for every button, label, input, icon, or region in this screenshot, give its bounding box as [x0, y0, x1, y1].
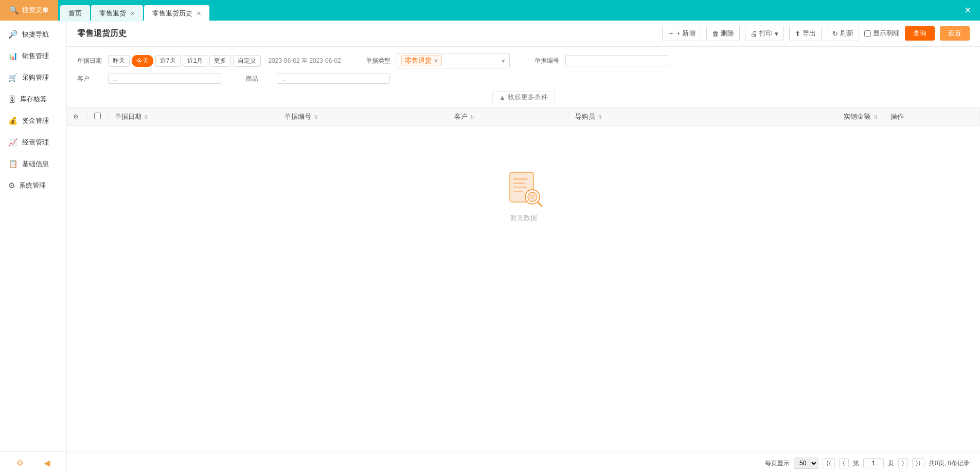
export-button[interactable]: ⬆ 导出: [789, 26, 822, 41]
svg-rect-2: [513, 183, 525, 184]
th-settings[interactable]: ⚙: [67, 108, 87, 126]
filter-row-2: 客户 ... 商品 ...: [77, 74, 970, 84]
window-close-icon[interactable]: ✕: [964, 5, 972, 16]
svg-line-7: [538, 202, 542, 206]
page-last-btn[interactable]: ⟩⟩: [912, 458, 924, 468]
date-custom[interactable]: 自定义: [233, 55, 261, 67]
page-title: 零售退货历史: [77, 28, 127, 39]
select-all-checkbox[interactable]: [94, 113, 101, 119]
sidebar-item-sales[interactable]: 📊 销售管理: [0, 45, 66, 67]
tab-retail-return-label: 零售退货: [99, 9, 126, 18]
type-tag-remove[interactable]: ✕: [434, 58, 438, 64]
sidebar-item-operations[interactable]: 📈 经营管理: [0, 132, 66, 153]
settings-label: 设置: [948, 29, 961, 37]
th-guide-sort[interactable]: ⇅: [598, 114, 602, 120]
new-label: + 新增: [676, 29, 696, 38]
th-date-sort[interactable]: ⇅: [144, 114, 148, 120]
date-more[interactable]: 更多: [209, 55, 231, 67]
page-header: 零售退货历史 ＋ + 新增 🗑 删除 🖨 打印 ▾ ⬆ 导出: [67, 21, 980, 47]
page-first-btn[interactable]: ⟨⟨: [823, 458, 835, 468]
sidebar-collapse-icon[interactable]: ◀: [44, 458, 50, 468]
type-tag-value: 零售退货: [405, 56, 432, 65]
sidebar-gear-icon[interactable]: ⚙: [16, 458, 24, 468]
top-bar-right: ✕: [964, 5, 980, 16]
settings-button[interactable]: 设置: [940, 26, 970, 41]
new-icon: ＋: [668, 29, 674, 38]
date-1month[interactable]: 近1月: [183, 55, 208, 67]
sidebar-item-inventory[interactable]: 🗄 库存核算: [0, 88, 66, 110]
print-button[interactable]: 🖨 打印 ▾: [745, 26, 784, 41]
page-input[interactable]: [863, 458, 884, 468]
type-filter-input[interactable]: 零售退货 ✕ ▾: [397, 53, 510, 68]
base-info-icon: 📋: [8, 159, 18, 169]
svg-rect-3: [513, 187, 527, 188]
th-checkbox[interactable]: [87, 108, 108, 126]
goods-label: 商品: [246, 75, 273, 83]
page-label: 第: [853, 459, 859, 468]
customer-placeholder: ...: [113, 76, 117, 82]
per-page-select[interactable]: 50: [794, 458, 818, 469]
date-buttons: 昨天 今天 近7天 近1月 更多 自定义: [108, 55, 261, 67]
th-date: 单据日期 ⇅: [108, 108, 278, 126]
show-detail-wrap[interactable]: 显示明细: [864, 29, 900, 38]
refresh-button[interactable]: ↻ 刷新: [827, 26, 859, 41]
th-customer-sort[interactable]: ⇅: [470, 114, 474, 120]
collapse-btn[interactable]: ▲ 收起更多条件: [492, 91, 555, 103]
th-action: 操作: [884, 108, 979, 126]
sidebar-item-inventory-label: 库存核算: [20, 95, 47, 104]
date-today[interactable]: 今天: [132, 55, 153, 67]
bill-no-input[interactable]: [565, 55, 668, 66]
sidebar-item-quick-nav[interactable]: 🔎 快捷导航: [0, 24, 66, 45]
date-7days[interactable]: 近7天: [155, 55, 181, 67]
tab-home[interactable]: 首页: [60, 5, 90, 22]
sidebar-item-system[interactable]: ⚙ 系统管理: [0, 175, 66, 196]
page-prev-btn[interactable]: ⟨: [839, 458, 849, 468]
svg-rect-1: [513, 178, 528, 180]
page-next-btn[interactable]: ⟩: [898, 458, 908, 468]
operations-icon: 📈: [8, 138, 18, 147]
tab-retail-return-history-close[interactable]: ✕: [197, 10, 201, 17]
th-bill-no-label: 单据编号: [284, 113, 311, 120]
search-menu-btn[interactable]: 🔍 搜索菜单: [0, 0, 58, 21]
sidebar-item-operations-label: 经营管理: [22, 138, 49, 147]
svg-rect-4: [513, 191, 523, 192]
th-bill-no-sort[interactable]: ⇅: [314, 114, 318, 120]
th-action-label: 操作: [890, 113, 904, 120]
customer-input[interactable]: ...: [108, 74, 221, 84]
tab-retail-return-close[interactable]: ✕: [130, 10, 135, 17]
date-yesterday[interactable]: 昨天: [108, 55, 130, 67]
delete-button[interactable]: 🗑 删除: [706, 26, 740, 41]
sidebar-item-finance[interactable]: 💰 资金管理: [0, 110, 66, 132]
tab-list: 首页 零售退货 ✕ 零售退货历史 ✕: [60, 0, 210, 21]
query-button[interactable]: 查询: [905, 26, 935, 41]
th-amount-sort[interactable]: ⇅: [874, 114, 878, 120]
th-customer-label: 客户: [454, 113, 468, 120]
empty-text: 暂无数据: [510, 213, 537, 223]
top-bar: 🔍 搜索菜单 首页 零售退货 ✕ 零售退货历史 ✕ ✕: [0, 0, 980, 21]
goods-input[interactable]: ...: [277, 74, 390, 84]
new-button[interactable]: ＋ + 新增: [662, 26, 701, 41]
page-unit: 页: [888, 459, 894, 468]
show-detail-label: 显示明细: [873, 29, 900, 38]
empty-illustration: [501, 167, 547, 213]
sales-icon: 📊: [8, 51, 18, 61]
customer-label: 客户: [77, 75, 104, 83]
delete-label: 删除: [721, 29, 734, 38]
sidebar-item-sales-label: 销售管理: [22, 51, 49, 61]
date-range-text: 2023-06-02 至 2023-06-02: [268, 57, 341, 65]
per-page-label: 每页显示: [765, 459, 790, 468]
show-detail-checkbox[interactable]: [864, 30, 871, 37]
sidebar-item-system-label: 系统管理: [19, 181, 46, 190]
data-table: ⚙ 单据日期 ⇅ 单据编号 ⇅ 客户 ⇅: [67, 108, 980, 126]
sidebar-item-base-info[interactable]: 📋 基础信息: [0, 153, 66, 175]
goods-placeholder: ...: [281, 76, 286, 82]
sidebar-item-finance-label: 资金管理: [22, 116, 49, 125]
tab-retail-return-history[interactable]: 零售退货历史 ✕: [144, 5, 209, 22]
table-header-row: ⚙ 单据日期 ⇅ 单据编号 ⇅ 客户 ⇅: [67, 108, 980, 126]
tab-retail-return-history-label: 零售退货历史: [152, 9, 192, 18]
sidebar-item-quick-nav-label: 快捷导航: [22, 30, 49, 39]
sidebar-item-purchase[interactable]: 🛒 采购管理: [0, 67, 66, 88]
print-label: 打印: [759, 29, 773, 38]
sidebar: 🔎 快捷导航 📊 销售管理 🛒 采购管理 🗄 库存核算 💰 资金管理 📈 经营管…: [0, 21, 67, 474]
tab-retail-return[interactable]: 零售退货 ✕: [91, 5, 143, 22]
